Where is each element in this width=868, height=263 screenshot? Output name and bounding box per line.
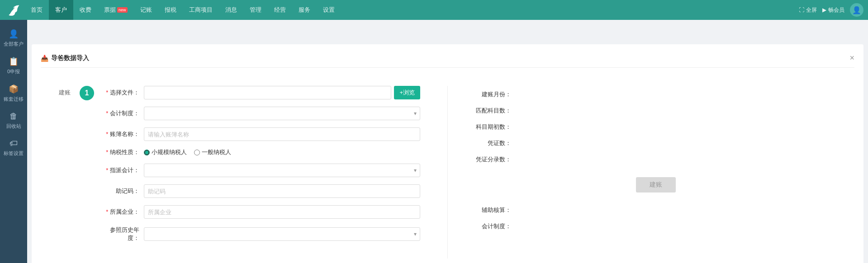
- form-left: 建账 1 选择文件： +浏览 会计制度：: [59, 86, 420, 258]
- nav-invoice[interactable]: 票据 new: [98, 0, 134, 20]
- ledger-name-label: 账簿名称：: [103, 130, 144, 138]
- all-customers-icon: 👤: [9, 29, 19, 39]
- accounting-system-row: 会计制度：: [103, 107, 420, 120]
- fullscreen-button[interactable]: ⛶ 全屏: [799, 6, 817, 14]
- accounting-system2-label: 会计制度：: [475, 222, 516, 230]
- memo-code-input[interactable]: [144, 184, 420, 198]
- file-row: 选择文件： +浏览: [103, 86, 420, 99]
- sidebar: 👤 全部客户 📋 0申报 📦 账套迁移 🗑 回收站 🏷 标签设置: [0, 20, 27, 263]
- migration-icon: 📦: [9, 84, 19, 94]
- nav-tax[interactable]: 报税: [158, 0, 183, 20]
- history-year-label: 参照历史年度：: [103, 226, 144, 242]
- company-row: 所属企业：: [103, 205, 420, 219]
- info-section: 建账月份： 匹配科目数： 科目期初数： 凭证数：: [475, 86, 836, 230]
- aux-calc-label: 辅助核算：: [475, 206, 516, 214]
- step-label: 建账: [59, 86, 71, 97]
- subject-initial-row: 科目期初数：: [475, 123, 836, 131]
- voucher-entries-label: 凭证分录数：: [475, 155, 516, 164]
- nav-account[interactable]: 记账: [134, 0, 158, 20]
- nav-commerce[interactable]: 工商项目: [183, 0, 219, 20]
- ledger-name-input[interactable]: [144, 127, 420, 141]
- tax-type-row: 纳税性质： 小规模纳税人 一般纳税人: [103, 148, 420, 156]
- nav-billing[interactable]: 收费: [73, 0, 98, 20]
- radio-small-taxpayer[interactable]: 小规模纳税人: [144, 148, 187, 156]
- main-content: 📥 导爸数据导入 × 建账 1 选择文件： +浏: [27, 40, 868, 263]
- step-form: 选择文件： +浏览 会计制度：: [103, 86, 420, 249]
- voucher-count-row: 凭证数：: [475, 139, 836, 147]
- history-year-row: 参照历史年度：: [103, 226, 420, 242]
- memo-code-row: 助记码：: [103, 184, 420, 198]
- new-badge: new: [117, 7, 128, 13]
- tax-type-radio-group: 小规模纳税人 一般纳税人: [144, 148, 420, 156]
- report-icon: 📋: [9, 56, 19, 66]
- ledger-name-row: 账簿名称：: [103, 127, 420, 141]
- create-account-button[interactable]: 建账: [636, 177, 676, 193]
- sidebar-item-migration[interactable]: 📦 账套迁移: [0, 80, 27, 107]
- nav-settings[interactable]: 设置: [317, 0, 341, 20]
- app-logo: [5, 0, 24, 20]
- recycle-icon: 🗑: [9, 112, 18, 121]
- voucher-count-label: 凭证数：: [475, 139, 516, 147]
- accounting-system-select-wrap: [144, 107, 420, 120]
- subject-initial-label: 科目期初数：: [475, 123, 516, 131]
- vip-icon: ▶: [822, 7, 826, 13]
- build-month-label: 建账月份：: [475, 90, 516, 99]
- import-icon: 📥: [41, 55, 48, 62]
- accountant-select-wrap: [144, 164, 420, 177]
- import-card: 📥 导爸数据导入 × 建账 1 选择文件： +浏: [32, 44, 863, 263]
- nav-message[interactable]: 消息: [219, 0, 243, 20]
- step-indicator: 建账 1 选择文件： +浏览 会计制度：: [59, 86, 420, 249]
- nav-business[interactable]: 经营: [268, 0, 292, 20]
- close-button[interactable]: ×: [849, 53, 854, 63]
- vertical-divider: [447, 86, 448, 258]
- accountant-select[interactable]: [144, 164, 420, 177]
- card-title: 📥 导爸数据导入: [41, 54, 89, 62]
- history-year-select-wrap: [144, 227, 420, 241]
- match-subjects-label: 匹配科目数：: [475, 107, 516, 115]
- sidebar-item-report[interactable]: 📋 0申报: [0, 52, 27, 80]
- card-header: 📥 导爸数据导入 ×: [41, 53, 854, 68]
- history-year-select[interactable]: [144, 227, 420, 241]
- logo-icon: [8, 4, 21, 16]
- company-input[interactable]: [144, 205, 420, 219]
- form-section: 建账 1 选择文件： +浏览 会计制度：: [41, 77, 854, 263]
- file-input[interactable]: [144, 86, 391, 99]
- nav-service[interactable]: 服务: [292, 0, 317, 20]
- voucher-entries-row: 凭证分录数：: [475, 155, 836, 164]
- accountant-label: 指派会计：: [103, 166, 144, 174]
- sidebar-item-tags[interactable]: 🏷 标签设置: [0, 134, 27, 161]
- company-label: 所属企业：: [103, 208, 144, 216]
- browse-button[interactable]: +浏览: [394, 86, 420, 99]
- sidebar-item-recycle[interactable]: 🗑 回收站: [0, 107, 27, 134]
- accounting-system-select[interactable]: [144, 107, 420, 120]
- avatar[interactable]: 👤: [850, 3, 863, 17]
- avatar-icon: 👤: [852, 6, 861, 14]
- nav-manage[interactable]: 管理: [243, 0, 268, 20]
- aux-calc-row: 辅助核算：: [475, 206, 836, 214]
- accounting-system-label: 会计制度：: [103, 109, 144, 117]
- radio-general-input[interactable]: [194, 150, 200, 155]
- nav-customer[interactable]: 客户: [49, 0, 73, 20]
- build-month-row: 建账月份：: [475, 90, 836, 99]
- sidebar-item-all-customers[interactable]: 👤 全部客户: [0, 24, 27, 52]
- file-label: 选择文件：: [103, 89, 144, 97]
- radio-small-input[interactable]: [144, 150, 150, 155]
- tags-icon: 🏷: [9, 139, 18, 148]
- file-input-group: +浏览: [144, 86, 420, 99]
- vip-button[interactable]: ▶ 畅会员: [822, 6, 844, 14]
- accountant-row: 指派会计：: [103, 164, 420, 177]
- fullscreen-icon: ⛶: [799, 7, 804, 13]
- radio-general-taxpayer[interactable]: 一般纳税人: [194, 148, 231, 156]
- tax-type-label: 纳税性质：: [103, 148, 144, 156]
- nav-home[interactable]: 首页: [24, 0, 49, 20]
- form-right: 建账月份： 匹配科目数： 科目期初数： 凭证数：: [475, 86, 836, 258]
- nav-items: 首页 客户 收费 票据 new 记账 报税 工商项目 消息 管理 经营 服务 设…: [24, 0, 799, 20]
- step-circle: 1: [80, 86, 94, 100]
- accounting-system2-row: 会计制度：: [475, 222, 836, 230]
- memo-code-label: 助记码：: [103, 187, 144, 195]
- top-nav: 首页 客户 收费 票据 new 记账 报税 工商项目 消息 管理 经营 服务 设…: [0, 0, 868, 20]
- match-subjects-row: 匹配科目数：: [475, 107, 836, 115]
- nav-right: ⛶ 全屏 ▶ 畅会员 👤: [799, 3, 863, 17]
